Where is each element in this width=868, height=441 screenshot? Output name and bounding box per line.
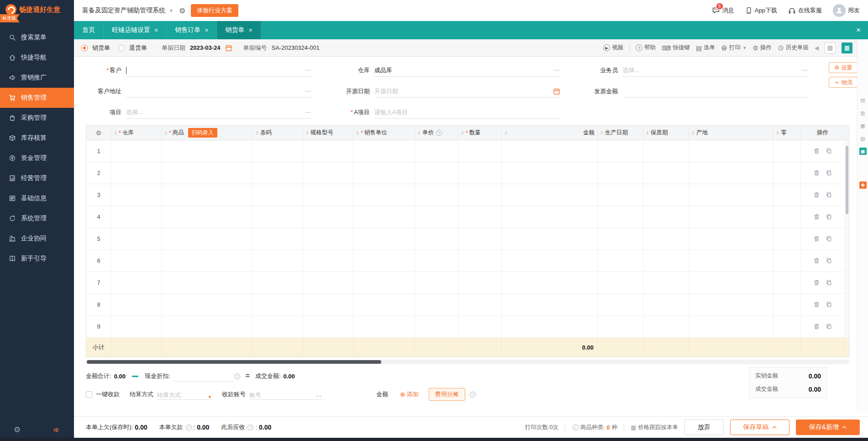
cost-share-button[interactable]: 费用分摊 <box>429 388 465 401</box>
picker-ellipsis-icon[interactable]: ⋯ <box>305 109 312 116</box>
sort-icon[interactable]: ▲▼ <box>600 131 603 135</box>
picker-ellipsis-icon[interactable]: ⋯ <box>305 67 312 74</box>
cell-retail[interactable] <box>773 184 801 206</box>
cell-barcode[interactable] <box>253 184 303 206</box>
cell-product[interactable] <box>162 140 253 162</box>
operate-button[interactable]: ⚙操作 <box>752 44 772 52</box>
cell-product[interactable] <box>162 316 253 337</box>
cell-origin[interactable] <box>689 272 773 293</box>
cell-barcode[interactable] <box>253 250 303 271</box>
cell-shelf-life[interactable] <box>643 228 689 250</box>
delete-row-icon[interactable] <box>813 148 820 154</box>
a-project-field[interactable]: 请输入A项目 <box>374 106 561 119</box>
cell-product[interactable] <box>162 250 253 271</box>
side-panel-active-icon[interactable]: ▣ <box>859 148 867 155</box>
cell-retail[interactable] <box>773 294 801 315</box>
cell-price[interactable] <box>415 272 458 293</box>
copy-row-icon[interactable] <box>826 191 832 198</box>
tab-1[interactable]: 旺铺店铺设置× <box>104 21 167 39</box>
sort-icon[interactable]: ▲▼ <box>306 131 309 135</box>
copy-row-icon[interactable] <box>826 279 832 286</box>
delete-row-icon[interactable] <box>813 213 820 220</box>
cell-shelf-life[interactable] <box>643 162 689 184</box>
invoice-amount-field[interactable] <box>622 85 809 98</box>
cell-origin[interactable] <box>689 162 773 184</box>
cell-shelf-life[interactable] <box>643 206 689 228</box>
calendar-icon[interactable] <box>225 44 232 52</box>
vertical-scrollbar[interactable] <box>845 140 849 338</box>
copy-row-icon[interactable] <box>826 213 832 220</box>
sidebar-item-purchase[interactable]: 采购管理 <box>0 108 74 128</box>
experience-plan-button[interactable]: 体验行业方案 <box>191 4 238 17</box>
cell-prod-date[interactable] <box>598 184 643 206</box>
cell-price[interactable] <box>415 162 458 184</box>
sort-icon[interactable]: ▲▼ <box>776 131 779 135</box>
cell-amount[interactable] <box>502 316 598 337</box>
cell-unit[interactable] <box>353 140 415 162</box>
salesman-field[interactable]: 选择...⋯ <box>622 64 809 77</box>
sort-icon[interactable]: ▲▼ <box>164 131 167 135</box>
cell-prod-date[interactable] <box>598 206 643 228</box>
help-icon[interactable]: ? <box>247 425 253 430</box>
copy-row-icon[interactable] <box>826 301 832 308</box>
sort-icon[interactable]: ▲▼ <box>114 131 117 135</box>
tab-close-icon[interactable]: × <box>205 27 208 34</box>
cell-price[interactable] <box>415 228 458 250</box>
cell-unit[interactable] <box>353 206 415 228</box>
delete-row-icon[interactable] <box>813 235 820 242</box>
cell-barcode[interactable] <box>253 140 303 162</box>
vertical-scrollbar-thumb[interactable] <box>846 146 848 214</box>
column-unit[interactable]: ▲▼*销售单位 <box>353 126 415 140</box>
history-button[interactable]: 历史单据 <box>778 44 809 52</box>
video-button[interactable]: ▶视频 <box>603 44 623 52</box>
cell-shelf-life[interactable] <box>643 272 689 293</box>
cell-amount[interactable] <box>502 140 598 162</box>
cell-warehouse[interactable] <box>111 206 162 228</box>
cell-qty[interactable] <box>458 184 502 206</box>
cell-qty[interactable] <box>458 206 502 228</box>
logistics-button[interactable]: ＋物流 <box>829 77 858 88</box>
column-origin[interactable]: ▲▼产地 <box>689 126 773 140</box>
side-panel-icon[interactable]: ▦ <box>859 122 867 129</box>
cell-qty[interactable] <box>458 162 502 184</box>
sort-icon[interactable]: ▲▼ <box>692 131 694 135</box>
cell-spec[interactable] <box>303 140 353 162</box>
cell-price[interactable] <box>415 140 458 162</box>
sidebar-item-basic-info[interactable]: 基础信息 <box>0 188 74 208</box>
cell-retail[interactable] <box>773 162 801 184</box>
column-spec[interactable]: ▲▼规格型号 <box>303 126 353 140</box>
calendar-icon[interactable] <box>553 88 560 95</box>
radio-return-order[interactable] <box>118 45 125 51</box>
cell-unit[interactable] <box>353 250 415 271</box>
settle-method-select[interactable]: 结算方式▼ <box>157 389 212 400</box>
cell-barcode[interactable] <box>253 228 303 250</box>
cell-price[interactable] <box>415 294 458 315</box>
cell-spec[interactable] <box>303 228 353 250</box>
tab-close-icon[interactable]: × <box>154 27 158 34</box>
help-icon[interactable]: ? <box>470 392 476 398</box>
settings-button[interactable]: ⚙设置 <box>829 62 858 73</box>
invoice-date-field[interactable]: 开票日期 <box>374 85 561 98</box>
column-amount[interactable]: ▲▼金额 <box>502 126 598 140</box>
cell-barcode[interactable] <box>253 294 303 315</box>
cell-prod-date[interactable] <box>598 228 643 250</box>
help-icon[interactable]: ? <box>234 373 240 379</box>
cell-retail[interactable] <box>773 206 801 228</box>
cell-price[interactable] <box>415 184 458 206</box>
cell-amount[interactable] <box>502 206 598 228</box>
sidebar-item-guide[interactable]: 新手引导 <box>0 249 74 269</box>
cell-spec[interactable] <box>303 294 353 315</box>
copy-row-icon[interactable] <box>826 148 832 154</box>
sidebar-item-inventory[interactable]: 库存核算 <box>0 128 74 148</box>
copy-row-icon[interactable] <box>826 170 832 176</box>
cell-amount[interactable] <box>502 184 598 206</box>
cell-unit[interactable] <box>353 184 415 206</box>
cell-origin[interactable] <box>689 294 773 315</box>
abandon-button[interactable]: 放弃 <box>684 420 724 435</box>
print-button[interactable]: 打印▼ <box>721 44 747 52</box>
cell-product[interactable] <box>162 294 253 315</box>
sort-icon[interactable]: ▲▼ <box>256 131 258 135</box>
warehouse-field[interactable]: 成品库⋯ <box>374 64 561 77</box>
cell-origin[interactable] <box>689 206 773 228</box>
cell-origin[interactable] <box>689 140 773 162</box>
